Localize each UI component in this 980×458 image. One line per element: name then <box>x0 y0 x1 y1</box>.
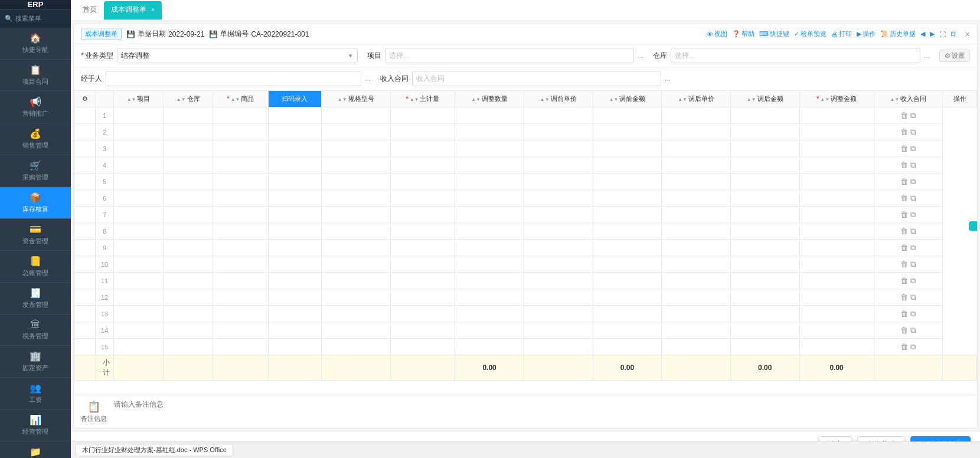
side-handle[interactable]: 快 <box>969 221 977 231</box>
sidebar-item-invoice-management[interactable]: 🧾发票管理 <box>0 283 71 315</box>
operation-action[interactable]: ▶ 操作 <box>857 30 876 38</box>
row-copy-icon[interactable]: ⧉ <box>910 161 916 170</box>
note-input[interactable] <box>114 400 970 408</box>
row-delete-icon[interactable]: 🗑 <box>900 276 908 286</box>
warehouse-input[interactable]: 选择... <box>671 48 920 63</box>
row-delete-icon[interactable]: 🗑 <box>900 177 908 187</box>
row-delete-icon[interactable]: 🗑 <box>900 227 908 236</box>
project-dots[interactable]: ... <box>638 51 643 60</box>
row-copy-icon[interactable]: ⧉ <box>910 177 916 187</box>
sidebar-search[interactable]: 🔍 搜索菜单 <box>0 9 71 28</box>
purchase-management-icon: 🛒 <box>30 160 41 171</box>
check-review-action[interactable]: ✓ 检单预览 <box>794 30 827 38</box>
sidebar-item-sales-management[interactable]: 💰销售管理 <box>0 123 71 155</box>
row-delete-icon[interactable]: 🗑 <box>900 326 908 335</box>
table-row: 8🗑⧉ <box>74 223 977 240</box>
project-input[interactable]: 选择... <box>385 48 635 63</box>
row-copy-icon[interactable]: ⧉ <box>910 342 916 352</box>
sidebar-item-funds-management[interactable]: 💳资金管理 <box>0 219 71 251</box>
sidebar-item-general-ledger[interactable]: 📒总账管理 <box>0 251 71 283</box>
row-copy-icon[interactable]: ⧉ <box>910 326 916 335</box>
sidebar-item-payroll[interactable]: 👥工资 <box>0 378 71 410</box>
row-delete-icon[interactable]: 🗑 <box>900 194 908 203</box>
col-adj-qty[interactable]: ▲▼调整数量 <box>455 91 524 107</box>
warehouse-dots[interactable]: ... <box>924 51 930 60</box>
row-copy-icon[interactable]: ⧉ <box>910 227 916 236</box>
row-copy-icon[interactable]: ⧉ <box>910 111 916 120</box>
row-copy-icon[interactable]: ⧉ <box>910 276 916 286</box>
row-delete-icon[interactable]: 🗑 <box>900 161 908 170</box>
col-spec[interactable]: ▲▼规格型号 <box>321 91 390 107</box>
handler-field: 经手人 ... <box>81 71 371 86</box>
col-warehouse[interactable]: ▲▼仓库 <box>164 91 213 107</box>
help-action[interactable]: ❓ 帮助 <box>732 30 754 38</box>
row-copy-icon[interactable]: ⧉ <box>910 309 916 319</box>
col-after-price[interactable]: ▲▼调后单价 <box>662 91 731 107</box>
income-contract-input[interactable]: 收入合同 <box>412 71 661 86</box>
row-delete-icon[interactable]: 🗑 <box>900 243 908 253</box>
business-type-input[interactable]: 结存调整 ▼ <box>117 48 358 63</box>
row-delete-icon[interactable]: 🗑 <box>900 111 908 120</box>
operations-management-label: 经营管理 <box>22 427 48 436</box>
col-prev-amount[interactable]: ▲▼调前金额 <box>593 91 662 107</box>
shortcut-action[interactable]: ⌨ 快捷键 <box>759 30 789 38</box>
row-copy-icon[interactable]: ⧉ <box>910 260 916 269</box>
sidebar-item-fixed-assets[interactable]: 🏢固定资产 <box>0 346 71 378</box>
row-copy-icon[interactable]: ⧉ <box>910 293 916 302</box>
collapse-button[interactable]: ⊟ <box>950 30 956 38</box>
income-contract-field: 收入合同 收入合同 ... <box>380 71 670 86</box>
tab-close-icon[interactable]: × <box>151 6 155 13</box>
col-adj-amount[interactable]: ▲▼调整金额 <box>799 91 874 107</box>
inventory-calculation-label: 库存核算 <box>22 205 48 214</box>
note-icon-section[interactable]: 📋 备注信息 <box>81 400 107 423</box>
row-delete-icon[interactable]: 🗑 <box>900 144 908 153</box>
sidebar-item-sales-promotion[interactable]: 📢营销推广 <box>0 91 71 123</box>
tax-management-icon: 🏛 <box>31 319 40 330</box>
col-prev-price[interactable]: ▲▼调前单价 <box>524 91 593 107</box>
row-copy-icon[interactable]: ⧉ <box>910 243 916 253</box>
nav-next-button[interactable]: ▶ <box>930 30 935 38</box>
sidebar-item-operations-management[interactable]: 📊经营管理 <box>0 410 71 441</box>
sidebar-item-tax-management[interactable]: 🏛税务管理 <box>0 315 71 346</box>
income-contract-dots[interactable]: ... <box>665 74 671 83</box>
expand-button[interactable]: ⛶ <box>939 31 946 38</box>
col-after-amount[interactable]: ▲▼调后金额 <box>730 91 799 107</box>
row-delete-icon[interactable]: 🗑 <box>900 293 908 302</box>
row-delete-icon[interactable]: 🗑 <box>900 260 908 269</box>
tax-management-label: 税务管理 <box>22 332 48 341</box>
row-copy-icon[interactable]: ⧉ <box>910 210 916 220</box>
row-copy-icon[interactable]: ⧉ <box>910 194 916 203</box>
table-row: 14🗑⧉ <box>74 322 977 339</box>
tab-cost-adjustment[interactable]: 成本调整单 × <box>104 1 162 19</box>
sidebar-item-project-contract[interactable]: 📋项目合同 <box>0 60 71 91</box>
row-copy-icon[interactable]: ⧉ <box>910 127 916 137</box>
col-settings[interactable]: ⚙ <box>74 91 96 107</box>
col-scan[interactable]: 扫码录入 <box>268 91 321 107</box>
row-delete-icon[interactable]: 🗑 <box>900 127 908 137</box>
doc-header: 成本调整单 💾 单据日期 2022-09-21 💾 单据编号 CA-202209… <box>74 24 977 44</box>
handler-input[interactable] <box>106 71 361 86</box>
sidebar-item-purchase-management[interactable]: 🛒采购管理 <box>0 155 71 187</box>
document-close-button[interactable]: × <box>965 30 970 39</box>
row-delete-icon[interactable]: 🗑 <box>900 342 908 352</box>
sidebar-item-inventory-calculation[interactable]: 📦库存核算 <box>0 187 71 219</box>
taskbar-item[interactable]: 木门行业好业财处理方案-墓红红.doc - WPS Office <box>76 444 233 456</box>
sidebar-item-basic-info[interactable]: 📁基础信息 <box>0 441 71 458</box>
sales-management-icon: 💰 <box>30 128 41 139</box>
col-unit[interactable]: ▲▼主计量 <box>390 91 455 107</box>
row-delete-icon[interactable]: 🗑 <box>900 210 908 220</box>
nav-prev-button[interactable]: ◀ <box>920 30 925 38</box>
date-value: 2022-09-21 <box>168 30 204 38</box>
col-income-contract[interactable]: ▲▼收入合同 <box>874 91 943 107</box>
row-copy-icon[interactable]: ⧉ <box>910 144 916 153</box>
history-action[interactable]: 📜 历史单据 <box>880 30 916 38</box>
print-action[interactable]: 🖨 打印 <box>831 30 852 38</box>
settings-button[interactable]: ⚙ 设置 <box>939 50 970 62</box>
sidebar-item-quick-nav[interactable]: 🏠快捷导航 <box>0 28 71 60</box>
handler-dots[interactable]: ... <box>365 74 371 83</box>
row-delete-icon[interactable]: 🗑 <box>900 309 908 319</box>
view-action[interactable]: 👁 视图 <box>707 30 727 38</box>
tab-home[interactable]: 首页 <box>76 1 104 19</box>
col-project[interactable]: ▲▼项目 <box>114 91 164 107</box>
col-product[interactable]: ▲▼商品 <box>213 91 268 107</box>
